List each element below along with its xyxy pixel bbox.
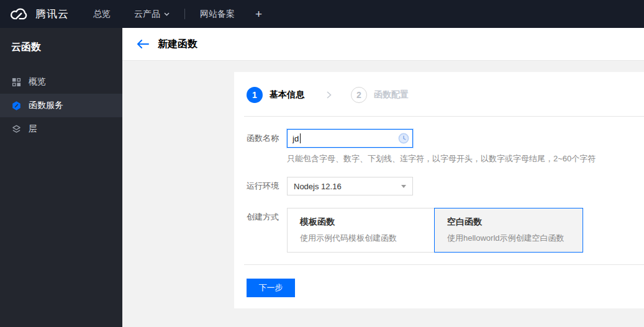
sidebar-item-label: 函数服务 <box>29 100 63 111</box>
step-number-badge: 2 <box>351 87 367 103</box>
grid-icon <box>11 77 22 87</box>
nav-website-record[interactable]: 网站备案 <box>188 9 247 20</box>
step-number-badge: 1 <box>247 87 263 103</box>
next-step-button[interactable]: 下一步 <box>247 279 295 297</box>
function-name-label: 函数名称 <box>247 129 287 164</box>
create-method-row: 创建方式 模板函数 使用示例代码模板创建函数 空白函数 使用helloworld… <box>247 208 644 253</box>
sidebar: 云函数 概览 函数服务 <box>0 28 122 327</box>
create-method-options: 模板函数 使用示例代码模板创建函数 空白函数 使用helloworld示例创建空… <box>287 208 583 253</box>
nav-divider <box>184 9 185 19</box>
sidebar-item-layers[interactable]: 层 <box>0 117 122 141</box>
runtime-label: 运行环境 <box>247 177 287 195</box>
step-function-config: 2 函数配置 <box>351 87 409 103</box>
nav-website-record-label: 网站备案 <box>200 9 235 20</box>
nav-cloud-products-label: 云产品 <box>134 9 160 20</box>
dropdown-arrow-icon <box>401 185 406 188</box>
clock-pending-icon <box>398 133 409 146</box>
add-tab-button[interactable]: + <box>247 7 271 21</box>
brand-name: 腾讯云 <box>35 7 69 21</box>
option-title: 空白函数 <box>447 217 583 228</box>
back-button[interactable] <box>136 37 150 51</box>
nav-overview-label: 总览 <box>93 9 111 20</box>
create-method-label: 创建方式 <box>247 208 287 253</box>
option-blank-function[interactable]: 空白函数 使用helloworld示例创建空白函数 <box>434 208 583 253</box>
option-template-function[interactable]: 模板函数 使用示例代码模板创建函数 <box>287 208 435 253</box>
runtime-selected-value: Nodejs 12.16 <box>294 182 342 191</box>
option-description: 使用示例代码模板创建函数 <box>300 233 434 244</box>
scf-hexagon-icon <box>11 101 22 111</box>
form-footer: 下一步 <box>234 265 644 308</box>
sidebar-item-label: 层 <box>29 123 37 135</box>
step-indicator: 1 基本信息 2 函数配置 <box>234 72 644 116</box>
nav-overview[interactable]: 总览 <box>81 9 122 20</box>
text-cursor <box>300 133 301 143</box>
create-function-card: 1 基本信息 2 函数配置 函数名称 <box>234 72 644 308</box>
nav-cloud-products[interactable]: 云产品 <box>122 9 181 20</box>
option-description: 使用helloworld示例创建空白函数 <box>447 233 583 244</box>
brand-logo[interactable]: 腾讯云 <box>0 7 69 22</box>
layers-icon <box>11 124 22 135</box>
runtime-select[interactable]: Nodejs 12.16 <box>287 177 413 195</box>
sidebar-item-function-service[interactable]: 函数服务 <box>0 94 122 117</box>
arrow-left-icon <box>137 40 149 48</box>
sidebar-item-label: 概览 <box>29 76 46 87</box>
function-name-row: 函数名称 <box>247 129 644 164</box>
sidebar-title: 云函数 <box>0 28 122 70</box>
sidebar-item-overview[interactable]: 概览 <box>0 70 122 94</box>
function-name-field[interactable] <box>287 129 413 148</box>
runtime-row: 运行环境 Nodejs 12.16 <box>247 177 644 195</box>
step-basic-info: 1 基本信息 <box>247 87 304 103</box>
page-header: 新建函数 <box>122 28 644 61</box>
top-navigation: 总览 云产品 网站备案 + <box>81 7 271 21</box>
topbar: 腾讯云 总览 云产品 网站备案 + <box>0 0 644 28</box>
chevron-right-icon <box>325 91 332 99</box>
basic-info-form: 函数名称 <box>234 117 644 253</box>
function-name-hint: 只能包含字母、数字、下划线、连字符，以字母开头，以数字或字母结尾，2~60个字符 <box>287 153 596 164</box>
page-title: 新建函数 <box>158 38 197 51</box>
content-area: 1 基本信息 2 函数配置 函数名称 <box>122 61 644 327</box>
tencent-cloud-logo-icon <box>9 7 30 22</box>
chevron-down-icon <box>164 12 170 16</box>
step-label: 基本信息 <box>270 89 304 101</box>
step-label: 函数配置 <box>374 89 409 101</box>
option-title: 模板函数 <box>300 217 434 228</box>
function-name-input[interactable] <box>287 129 413 148</box>
